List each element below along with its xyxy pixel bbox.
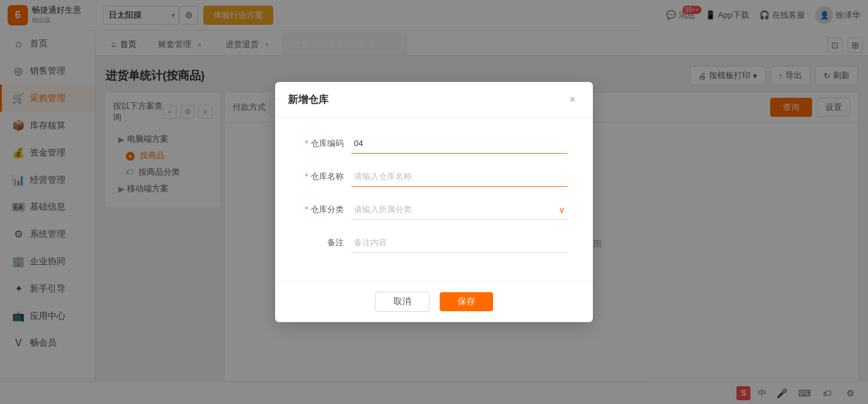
remark-input[interactable] [351,232,567,253]
required-star-2: * [305,172,308,181]
modal-header: 新增仓库 × [275,82,593,118]
modal-title: 新增仓库 [288,93,329,107]
name-label: *仓库名称 [301,171,351,182]
modal-close-btn[interactable]: × [565,92,580,107]
modal-new-warehouse: 新增仓库 × *仓库编码 *仓库名称 *仓库分类 [275,82,593,322]
remark-label: 备注 [301,237,351,248]
category-select[interactable]: 请输入所属分类 [351,199,567,220]
modal-footer: 取消 保存 [275,281,593,322]
modal-overlay[interactable]: 新增仓库 × *仓库编码 *仓库名称 *仓库分类 [0,0,868,404]
form-row-remark: 备注 [301,232,567,253]
form-row-category: *仓库分类 请输入所属分类 [301,199,567,220]
code-label: *仓库编码 [301,138,351,149]
category-label: *仓库分类 [301,204,351,215]
required-star: * [305,138,308,148]
code-input[interactable] [351,133,567,154]
required-star-3: * [305,205,308,214]
modal-body: *仓库编码 *仓库名称 *仓库分类 请输入所属分类 [275,118,593,281]
category-select-wrap[interactable]: 请输入所属分类 [351,199,567,220]
form-row-code: *仓库编码 [301,133,567,154]
cancel-button[interactable]: 取消 [375,292,430,312]
form-row-name: *仓库名称 [301,166,567,187]
name-input[interactable] [351,166,567,187]
save-button[interactable]: 保存 [440,292,493,311]
